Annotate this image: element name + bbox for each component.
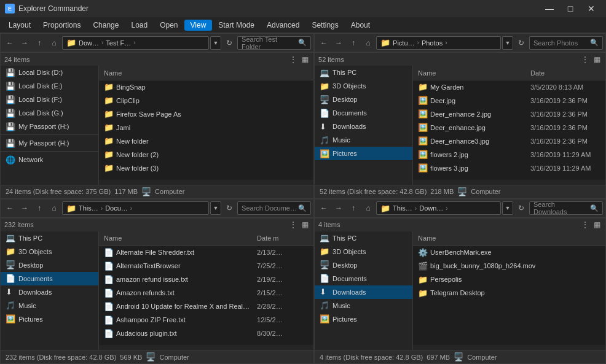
horizontal-scrollbar[interactable]: [99, 180, 313, 185]
file-row[interactable]: 📁New folder (3): [99, 161, 313, 175]
tree-item-pictures[interactable]: 🖼️Pictures: [315, 312, 412, 326]
file-row[interactable]: 📁ClipClip: [99, 94, 313, 107]
search-bar[interactable]: Search Downloads🔍: [529, 201, 603, 215]
tree-item-this-pc[interactable]: 💻This PC: [1, 231, 98, 245]
column-header[interactable]: Name: [413, 69, 525, 77]
menu-item-advanced[interactable]: Advanced: [261, 20, 305, 31]
refresh-button[interactable]: ↻: [222, 36, 236, 50]
up-button[interactable]: ↑: [347, 36, 360, 50]
path-bar[interactable]: 📁This… › Docu… ›: [62, 201, 209, 215]
tree-item-3d-objects[interactable]: 📁3D Objects: [315, 245, 412, 258]
tree-item-desktop[interactable]: 🖥️Desktop: [315, 93, 412, 106]
column-header[interactable]: Date: [525, 69, 605, 77]
file-row[interactable]: 🖼️flowers 2.jpg3/16/2019 11:29 AM: [413, 148, 605, 161]
horizontal-scrollbar[interactable]: [99, 345, 313, 350]
panel-view-button-1[interactable]: ⋮: [288, 220, 298, 229]
tree-item-music[interactable]: 🎵Music: [1, 299, 98, 312]
file-row[interactable]: 📁My Garden3/5/2020 8:13 AM: [413, 80, 605, 94]
root-button[interactable]: ⌂: [47, 36, 61, 50]
panel-view-button-1[interactable]: ⋮: [580, 220, 590, 229]
forward-button[interactable]: →: [18, 36, 31, 50]
file-row[interactable]: 📄AlternateTextBrowser7/25/2…: [99, 260, 313, 273]
back-button[interactable]: ←: [3, 201, 17, 215]
tree-item-downloads[interactable]: ⬇Downloads: [1, 285, 98, 299]
tree-item-desktop[interactable]: 🖥️Desktop: [315, 258, 412, 272]
column-header[interactable]: Name: [99, 234, 252, 242]
maximize-button[interactable]: □: [561, 2, 580, 15]
back-button[interactable]: ←: [317, 201, 331, 215]
up-button[interactable]: ↑: [33, 201, 46, 215]
tree-item-pictures[interactable]: 🖼️Pictures: [1, 312, 98, 326]
tree-item-documents[interactable]: 📄Documents: [315, 272, 412, 285]
search-icon[interactable]: 🔍: [590, 39, 599, 47]
tree-item-this-pc[interactable]: 💻This PC: [315, 66, 412, 79]
up-button[interactable]: ↑: [347, 201, 360, 215]
file-row[interactable]: 📄Ashampoo ZIP Free.txt12/5/2…: [99, 314, 313, 327]
menu-item-layout[interactable]: Layout: [2, 20, 37, 31]
path-dropdown-button[interactable]: ▼: [210, 201, 221, 215]
tree-item-local-disk--d--[interactable]: 💾Local Disk (D:): [1, 66, 98, 79]
file-row[interactable]: 📄Android 10 Update for Realme X and Real…: [99, 300, 313, 314]
refresh-button[interactable]: ↻: [514, 201, 528, 215]
file-row[interactable]: 🖼️Deer_enhance.jpg3/16/2019 2:36 PM: [413, 121, 605, 134]
menu-item-view[interactable]: View: [184, 20, 213, 31]
menu-item-proportions[interactable]: Proportions: [37, 20, 87, 31]
tree-item-3d-objects[interactable]: 📁3D Objects: [1, 245, 98, 258]
file-row[interactable]: 🎬big_buck_bunny_1080p_h264.mov: [413, 260, 605, 273]
panel-view-button-2[interactable]: ▦: [301, 220, 310, 229]
tree-item-downloads[interactable]: ⬇Downloads: [315, 285, 412, 299]
tree-item-local-disk--g--[interactable]: 💾Local Disk (G:): [1, 106, 98, 120]
column-header[interactable]: Name: [413, 234, 605, 242]
path-dropdown-button[interactable]: ▼: [502, 201, 513, 215]
file-row[interactable]: 📁Telegram Desktop: [413, 287, 605, 300]
menu-item-load[interactable]: Load: [125, 20, 154, 31]
path-bar[interactable]: 📁Pictu… › Photos ›: [376, 36, 501, 50]
root-button[interactable]: ⌂: [361, 201, 375, 215]
refresh-button[interactable]: ↻: [514, 36, 528, 50]
horizontal-scrollbar[interactable]: [413, 180, 605, 185]
column-header[interactable]: Name: [99, 69, 252, 77]
tree-item-music[interactable]: 🎵Music: [315, 133, 412, 147]
panel-view-button-2[interactable]: ▦: [592, 55, 602, 64]
search-bar[interactable]: Search Test Folder🔍: [237, 36, 311, 50]
file-row[interactable]: 📁BingSnap: [99, 80, 313, 94]
file-row[interactable]: 📁New folder (2): [99, 148, 313, 161]
path-bar[interactable]: 📁Dow… › Test F… ›: [62, 36, 209, 50]
back-button[interactable]: ←: [3, 36, 17, 50]
path-dropdown-button[interactable]: ▼: [502, 36, 513, 50]
tree-item-my-passport--h--[interactable]: 💾My Passport (H:): [1, 120, 98, 133]
tree-item-desktop[interactable]: 🖥️Desktop: [1, 258, 98, 272]
file-row[interactable]: 🖼️Deer_enhance 2.jpg3/16/2019 2:36 PM: [413, 107, 605, 121]
file-row[interactable]: 📁Jami: [99, 121, 313, 134]
search-icon[interactable]: 🔍: [590, 204, 599, 212]
tree-item-network[interactable]: 🌐Network: [1, 153, 98, 166]
file-row[interactable]: 📄Alternate File Shredder.txt2/13/2…: [99, 246, 313, 260]
menu-item-start-mode[interactable]: Start Mode: [212, 20, 261, 31]
root-button[interactable]: ⌂: [47, 201, 61, 215]
minimize-button[interactable]: —: [540, 2, 559, 15]
up-button[interactable]: ↑: [33, 36, 46, 50]
forward-button[interactable]: →: [18, 201, 31, 215]
refresh-button[interactable]: ↻: [222, 201, 236, 215]
column-header[interactable]: Date m: [252, 234, 313, 242]
root-button[interactable]: ⌂: [361, 36, 375, 50]
tree-item-my-passport--h--[interactable]: 💾My Passport (H:): [1, 136, 98, 150]
panel-view-button-2[interactable]: ▦: [301, 55, 310, 64]
menu-item-about[interactable]: About: [345, 20, 376, 31]
search-bar[interactable]: Search Photos🔍: [529, 36, 603, 50]
back-button[interactable]: ←: [317, 36, 331, 50]
file-row[interactable]: 🖼️Deer_enhance3.jpg3/16/2019 2:36 PM: [413, 134, 605, 148]
file-row[interactable]: ⚙️UserBenchMark.exe: [413, 246, 605, 260]
file-row[interactable]: 📁Firefox Save Page As: [99, 107, 313, 121]
search-icon[interactable]: 🔍: [298, 39, 307, 47]
panel-view-button-2[interactable]: ▦: [592, 220, 602, 229]
tree-item-documents[interactable]: 📄Documents: [315, 106, 412, 120]
search-bar[interactable]: Search Docume…🔍: [237, 201, 311, 215]
file-row[interactable]: 📁Persepolis: [413, 273, 605, 287]
path-bar[interactable]: 📁This… › Down… ›: [376, 201, 501, 215]
menu-item-settings[interactable]: Settings: [305, 20, 344, 31]
horizontal-scrollbar[interactable]: [413, 345, 605, 350]
tree-item-music[interactable]: 🎵Music: [315, 299, 412, 312]
file-row[interactable]: 🖼️Deer.jpg3/16/2019 2:36 PM: [413, 94, 605, 107]
forward-button[interactable]: →: [332, 36, 345, 50]
